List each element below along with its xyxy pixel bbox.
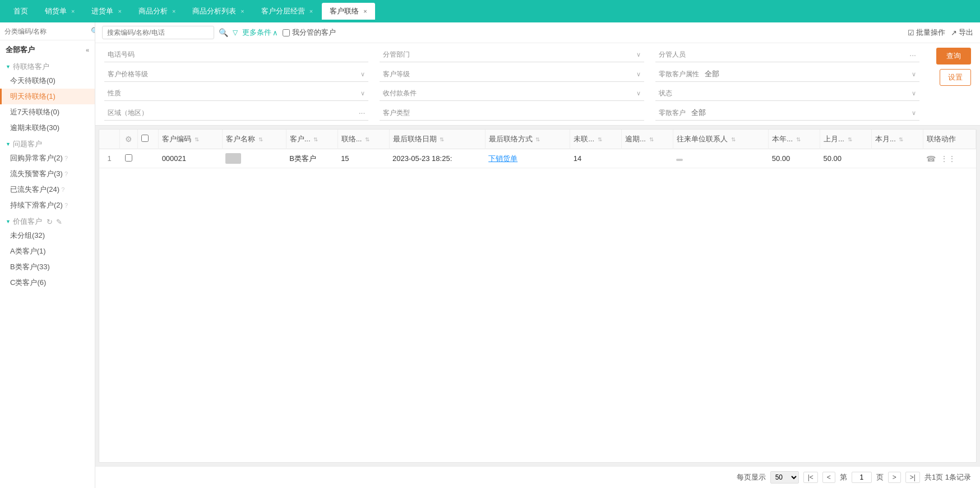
value-group-refresh-icon[interactable]: ↻ <box>47 218 53 226</box>
customer-type-label: 客户类型 <box>383 108 410 118</box>
nav-customer-layering[interactable]: 客户分层经营 × <box>253 3 321 20</box>
col-header-last-way[interactable]: 最后联络方式 ⇅ <box>485 130 570 149</box>
customer-name-blurred: Ea <box>225 153 241 164</box>
my-customers-checkbox-label[interactable]: 我分管的客户 <box>283 27 336 38</box>
sidebar-item-declining[interactable]: 持续下滑客户(2) ? <box>0 197 95 213</box>
col-header-this-month[interactable]: 本月... ⇅ <box>871 130 923 149</box>
nav-customer-contact[interactable]: 客户联络 × <box>322 3 375 20</box>
status-label: 状态 <box>659 89 672 98</box>
nav-product-analysis-list-close[interactable]: × <box>241 8 244 15</box>
nav-customer-layering-close[interactable]: × <box>309 8 313 15</box>
sidebar-item-tomorrow-pending[interactable]: 明天待联络(1) <box>0 89 95 104</box>
page-prev-button[interactable]: < <box>822 472 835 483</box>
last-contact-way-link[interactable]: 下销货单 <box>488 154 517 163</box>
contact-icon[interactable]: ☎ <box>926 154 936 163</box>
cell-seq: 1 <box>99 149 119 168</box>
sidebar-item-unclassified[interactable]: 未分组(32) <box>0 228 95 243</box>
col-header-last-date[interactable]: 最后联络日期 ⇅ <box>389 130 485 149</box>
page-last-button[interactable]: >| <box>905 472 920 483</box>
filter-search-button[interactable]: 🔍 <box>219 28 228 37</box>
value-group-edit-icon[interactable]: ✎ <box>56 218 62 226</box>
col-header-name[interactable]: 客户名称 ⇅ <box>222 130 286 149</box>
row-checkbox[interactable] <box>125 154 132 162</box>
filter-status[interactable]: 状态 ∨ <box>655 86 919 101</box>
nav-customer-contact-close[interactable]: × <box>363 8 367 15</box>
sidebar-all-customers-header[interactable]: 全部客户 « <box>0 40 95 58</box>
col-header-last-month[interactable]: 上月... ⇅ <box>820 130 872 149</box>
sidebar-item-churn-warning[interactable]: 流失预警客户(3) ? <box>0 166 95 182</box>
sidebar-item-b-class[interactable]: B类客户(33) <box>0 259 95 275</box>
col-header-contacts[interactable]: 联络... ⇅ <box>338 130 389 149</box>
nav-product-analysis[interactable]: 商品分析 × <box>131 3 183 20</box>
filter-bar: 🔍 ▽ 更多条件 ∧ 我分管的客户 ☑ 批量操作 ↗ 导出 <box>95 22 980 43</box>
action-icons-container: ☎ ⋮⋮ <box>926 154 972 163</box>
sidebar-item-repurchase-abnormal[interactable]: 回购异常客户(2) ? <box>0 150 95 166</box>
export-button[interactable]: ↗ 导出 <box>951 27 973 38</box>
price-level-chevron-icon: ∨ <box>360 71 365 78</box>
col-header-code[interactable]: 客户编码 ⇅ <box>159 130 223 149</box>
page-number-input[interactable] <box>852 472 872 483</box>
nav-purchase-order-close[interactable]: × <box>118 8 121 15</box>
cell-name: Ea <box>222 149 286 168</box>
filter-dept[interactable]: 分管部门 ∨ <box>380 48 644 62</box>
filter-customer-level[interactable]: 客户等级 ∨ <box>380 67 644 82</box>
my-customers-checkbox[interactable] <box>283 29 290 36</box>
per-page-select[interactable]: 50 10 20 100 <box>770 471 799 484</box>
filter-retail-attr[interactable]: 零散客户属性 全部 ∨ <box>655 67 919 82</box>
code-sort-icon: ⇅ <box>195 136 199 142</box>
set-button[interactable]: 设置 <box>940 69 971 86</box>
nav-home[interactable]: 首页 <box>6 3 36 20</box>
sidebar-item-today-pending[interactable]: 今天待联络(0) <box>0 73 95 89</box>
col-header-action: 联络动作 <box>923 130 976 149</box>
col-header-check: ⚙ <box>119 130 137 149</box>
col-header-type[interactable]: 客户... ⇅ <box>286 130 338 149</box>
filter-price-level[interactable]: 客户价格等级 ∨ <box>104 67 368 82</box>
filter-customer-type[interactable]: 客户类型 <box>380 106 644 121</box>
filter-region[interactable]: 区域（地区） ··· <box>104 106 368 121</box>
declining-help-icon: ? <box>64 202 68 209</box>
sidebar-item-overdue-pending[interactable]: 逾期未联络(30) <box>0 120 95 136</box>
page-next-button[interactable]: > <box>888 472 901 483</box>
table-gear-icon[interactable]: ⚙ <box>125 135 132 144</box>
person-dots-icon: ··· <box>909 50 916 59</box>
col-header-overdue[interactable]: 逾期... ⇅ <box>622 130 673 149</box>
col-header-unit-contacts[interactable]: 往来单位联系人 ⇅ <box>673 130 768 149</box>
filter-retail[interactable]: 零散客户 全部 ∨ <box>655 105 919 121</box>
page-label: 第 <box>840 472 847 482</box>
nav-purchase-order[interactable]: 进货单 × <box>84 3 129 20</box>
last-date-sort-icon: ⇅ <box>440 136 444 142</box>
page-first-button[interactable]: |< <box>803 472 818 483</box>
nav-sales-order[interactable]: 销货单 × <box>37 3 82 20</box>
nav-sales-order-close[interactable]: × <box>71 8 75 15</box>
sidebar-search-icon[interactable]: 🔍 <box>91 27 95 35</box>
nav-product-analysis-close[interactable]: × <box>172 8 175 15</box>
export-icon: ↗ <box>951 29 957 37</box>
main-layout: 🔍 全部客户 « ▼ 待联络客户 今天待联络(0) 明天待联络(1) 近7天待联… <box>0 22 980 488</box>
customer-level-chevron-icon: ∨ <box>636 71 641 78</box>
sidebar-item-7days-pending[interactable]: 近7天待联络(0) <box>0 104 95 120</box>
batch-operation-button[interactable]: ☑ 批量操作 <box>908 27 945 38</box>
filter-person[interactable]: 分管人员 ··· <box>655 48 919 62</box>
query-button[interactable]: 查询 <box>936 48 971 65</box>
sidebar-search-input[interactable] <box>4 27 89 35</box>
sidebar-item-c-class[interactable]: C类客户(6) <box>0 275 95 291</box>
cell-this-year: 50.00 <box>769 149 820 168</box>
content-area: 🔍 ▽ 更多条件 ∧ 我分管的客户 ☑ 批量操作 ↗ 导出 <box>95 22 980 488</box>
cell-last-way: 下销货单 <box>485 149 570 168</box>
filter-nature[interactable]: 性质 ∨ <box>104 86 368 101</box>
retail-attr-chevron-icon: ∨ <box>912 71 916 78</box>
filter-search-input[interactable] <box>102 26 214 39</box>
filter-phone[interactable]: 电话号码 <box>104 48 368 62</box>
sidebar-item-a-class[interactable]: A类客户(1) <box>0 243 95 259</box>
more-conditions-button[interactable]: 更多条件 ∧ <box>242 27 278 38</box>
col-header-this-year[interactable]: 本年... ⇅ <box>769 130 820 149</box>
filter-payment[interactable]: 收付款条件 ∨ <box>380 86 644 101</box>
more-action-icon[interactable]: ⋮⋮ <box>940 154 956 163</box>
col-header-not-contacted[interactable]: 未联... ⇅ <box>570 130 622 149</box>
select-all-checkbox[interactable] <box>141 135 149 142</box>
sidebar-value-group-label: ▼ 价值客户 ↻ ✎ <box>0 213 95 228</box>
sidebar-item-churned[interactable]: 已流失客户(24) ? <box>0 182 95 197</box>
adv-filter-row3: 性质 ∨ 收付款条件 ∨ 状态 ∨ <box>104 86 931 101</box>
churn-warning-help-icon: ? <box>64 171 68 177</box>
nav-product-analysis-list[interactable]: 商品分析列表 × <box>184 3 252 20</box>
